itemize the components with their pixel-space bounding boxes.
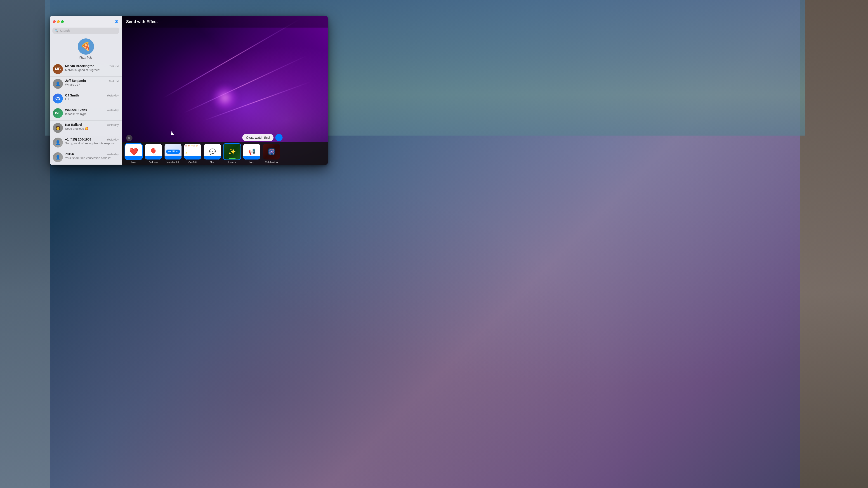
conversation-list: MB Melvin Brockington 6:26 PM Melvin lau… bbox=[50, 62, 122, 165]
maximize-button[interactable] bbox=[61, 20, 64, 23]
search-bar[interactable]: 🔍 bbox=[53, 28, 119, 34]
balloons-icon: 🎈 bbox=[149, 148, 157, 156]
conv-name: Melvin Brockington bbox=[65, 64, 94, 68]
conv-content-kat: Kat Ballard Yesterday Sooo precious 🥰 bbox=[65, 123, 119, 130]
avatar-melvin: MB bbox=[53, 64, 63, 74]
avatar-cj: CS bbox=[53, 94, 63, 103]
effect-strip: ❤️ Love 🎈 Balloons Text hidden bbox=[122, 142, 328, 165]
effect-thumb-lasers: ✨ bbox=[223, 144, 241, 160]
celebration-icon: 🎆 bbox=[268, 148, 275, 155]
conv-preview: Melvin laughed at "Agreed" bbox=[65, 68, 119, 72]
effect-thumb-invisible-ink: Text hidden bbox=[164, 144, 182, 160]
heart-icon: ❤️ bbox=[129, 147, 138, 156]
conversation-item-melvin[interactable]: MB Melvin Brockington 6:26 PM Melvin lau… bbox=[50, 62, 122, 76]
avatar-initials: MB bbox=[55, 67, 61, 71]
effect-thumb-loud: 📢 bbox=[243, 144, 260, 160]
avatar-kat: 👩 bbox=[53, 123, 63, 133]
effect-label-love: Love bbox=[131, 161, 136, 164]
conv-header: Melvin Brockington 6:26 PM bbox=[65, 64, 119, 68]
confetti-bar bbox=[184, 156, 201, 160]
conv-name: Kat Ballard bbox=[65, 123, 82, 127]
conversation-item-cj[interactable]: CS CJ Smith Yesterday Lol bbox=[50, 91, 122, 106]
conv-name: +1 (415) 200-1908 bbox=[65, 138, 91, 141]
conv-time: Yesterday bbox=[107, 138, 119, 141]
search-icon: 🔍 bbox=[55, 29, 58, 33]
search-input[interactable] bbox=[60, 29, 117, 33]
laser-beam-1 bbox=[184, 56, 307, 113]
conversation-item-kat[interactable]: 👩 Kat Ballard Yesterday Sooo precious 🥰 bbox=[50, 121, 122, 135]
effect-item-balloons[interactable]: 🎈 Balloons bbox=[144, 142, 163, 165]
pizza-pals-name: Pizza Pals bbox=[79, 56, 92, 59]
conv-preview: It does! I'm hype! bbox=[65, 112, 119, 116]
effect-item-loud[interactable]: 📢 Loud bbox=[242, 142, 261, 165]
conv-time: Yesterday bbox=[107, 153, 119, 156]
cliff-left bbox=[0, 0, 50, 488]
avatar-initials: WE bbox=[55, 111, 61, 115]
laser-glow bbox=[211, 84, 239, 111]
conv-name: CJ Smith bbox=[65, 94, 79, 97]
cliff-right bbox=[800, 0, 868, 488]
conv-time: Yesterday bbox=[107, 94, 119, 97]
effect-item-lasers[interactable]: ✨ Lasers bbox=[223, 142, 241, 165]
conv-time: 6:23 PM bbox=[108, 79, 119, 83]
conv-content-melvin: Melvin Brockington 6:26 PM Melvin laughe… bbox=[65, 64, 119, 72]
pinned-contact-pizza-pals[interactable]: 🍕 Pizza Pals bbox=[50, 36, 122, 62]
effect-item-confetti[interactable]: 🎊🎉 ✨🎊 🎉✨ Confetti bbox=[183, 142, 202, 165]
effect-item-slam[interactable]: 💬 Slam bbox=[203, 142, 222, 165]
minimize-button[interactable] bbox=[57, 20, 60, 23]
loud-bar bbox=[243, 156, 260, 160]
avatar-jeff: 👤 bbox=[53, 79, 63, 89]
messages-window: 🔍 🍕 Pizza Pals MB Melvin Brockington 6:2… bbox=[50, 16, 328, 165]
avatar-phone: 👤 bbox=[53, 138, 63, 148]
slam-icon: 💬 bbox=[209, 149, 216, 155]
close-icon: ✕ bbox=[128, 136, 131, 140]
lasers-icon: ✨ bbox=[228, 148, 236, 156]
conv-name: Wallace Evans bbox=[65, 108, 87, 112]
effect-item-love[interactable]: ❤️ Love bbox=[124, 142, 143, 165]
avatar-initials: 👤 bbox=[55, 81, 60, 86]
conversation-item-wallace[interactable]: WE Wallace Evans Yesterday It does! I'm … bbox=[50, 106, 122, 121]
pizza-emoji: 🍕 bbox=[81, 42, 91, 51]
effect-titlebar: Send with Effect bbox=[122, 16, 328, 28]
traffic-lights bbox=[53, 20, 64, 23]
avatar-icon: 👤 bbox=[55, 140, 60, 145]
conv-name: 78156 bbox=[65, 152, 74, 156]
conv-preview: Your ShareGrid verification code is: bbox=[65, 156, 119, 160]
conv-time: 6:26 PM bbox=[108, 65, 119, 68]
close-effect-button[interactable]: ✕ bbox=[126, 135, 132, 141]
conv-content-wallace: Wallace Evans Yesterday It does! I'm hyp… bbox=[65, 108, 119, 116]
conv-header: +1 (415) 200-1908 Yesterday bbox=[65, 138, 119, 141]
slam-bar bbox=[204, 156, 221, 160]
effect-thumb-love: ❤️ bbox=[125, 144, 142, 160]
laser-lines bbox=[223, 158, 241, 159]
conversation-item-78156[interactable]: 👤 78156 Yesterday Your ShareGrid verific… bbox=[50, 150, 122, 165]
avatar-icon: 👤 bbox=[55, 155, 60, 160]
invisible-ink-preview: Text hidden bbox=[165, 149, 180, 155]
conv-header: Wallace Evans Yesterday bbox=[65, 108, 119, 112]
effect-label-balloons: Balloons bbox=[149, 161, 158, 164]
sidebar-titlebar bbox=[50, 16, 122, 28]
loud-icon: 📢 bbox=[248, 148, 255, 155]
conv-header: CJ Smith Yesterday bbox=[65, 94, 119, 97]
effect-item-celebration[interactable]: 🎆 Celebration bbox=[262, 142, 281, 165]
compose-button[interactable] bbox=[114, 20, 119, 24]
effect-thumb-slam: 💬 bbox=[204, 144, 221, 160]
avatar-initials: CS bbox=[55, 96, 60, 101]
conv-preview: What's up? bbox=[65, 83, 119, 86]
sidebar: 🔍 🍕 Pizza Pals MB Melvin Brockington 6:2… bbox=[50, 16, 122, 165]
pizza-pals-avatar: 🍕 bbox=[78, 38, 94, 55]
close-button[interactable] bbox=[53, 20, 56, 23]
watch-button[interactable]: Okay, watch this! bbox=[242, 134, 274, 141]
conversation-item-jeff[interactable]: 👤 Jeff Benjamin 6:23 PM What's up? bbox=[50, 76, 122, 91]
effect-thumb-confetti: 🎊🎉 ✨🎊 🎉✨ bbox=[184, 144, 201, 160]
effect-label-loud: Loud bbox=[249, 161, 254, 164]
effect-item-invisible-ink[interactable]: Text hidden Invisible Ink bbox=[164, 142, 182, 165]
effect-panel: Send with Effect ✕ Okay, watch this! ↑ ❤… bbox=[122, 16, 328, 165]
conv-header: Kat Ballard Yesterday bbox=[65, 123, 119, 127]
conv-content-jeff: Jeff Benjamin 6:23 PM What's up? bbox=[65, 79, 119, 86]
send-button[interactable]: ↑ bbox=[275, 134, 283, 141]
conversation-item-phone[interactable]: 👤 +1 (415) 200-1908 Yesterday Sorry, we … bbox=[50, 135, 122, 150]
avatar-78156: 👤 bbox=[53, 152, 63, 162]
conv-header: Jeff Benjamin 6:23 PM bbox=[65, 79, 119, 83]
effect-label-invisible-ink: Invisible Ink bbox=[166, 161, 180, 164]
